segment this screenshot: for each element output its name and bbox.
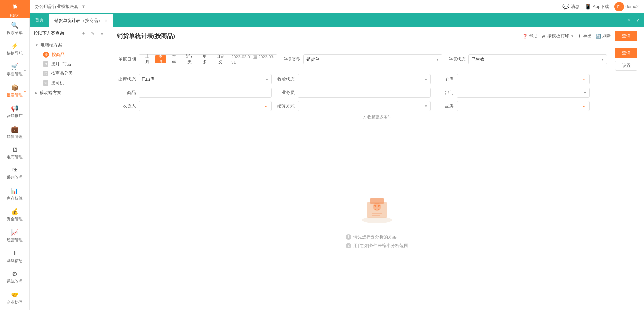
query-button[interactable]: 查询 xyxy=(615,31,637,41)
filter-payment-section: 结算方式 ▼ xyxy=(276,101,431,111)
sidebar-item-label: 企业协同 xyxy=(7,300,23,305)
brand-input[interactable]: ··· xyxy=(457,101,590,111)
sidebar-item-sales-mgmt[interactable]: 💼 销售管理 xyxy=(0,122,30,143)
inventory-icon: 📊 xyxy=(11,187,18,195)
date-btn-more[interactable]: 更多 xyxy=(198,55,211,63)
salesperson-label: 业务员 xyxy=(276,90,298,96)
add-scheme-btn[interactable]: ＋ xyxy=(79,30,87,37)
doc-type-input[interactable]: 销货单 ▼ xyxy=(303,54,442,64)
quick-nav-icon: ⚡ xyxy=(11,42,18,50)
doc-status-input[interactable]: 已生效 ▼ xyxy=(468,54,607,64)
query-btn-2[interactable]: 查询 xyxy=(615,48,637,58)
sidebar: 畅 标题栏 🔍 搜索菜单 ⚡ 快捷导航 🛒 零售管理 ▲ 📦 批发管理 ▲ 📢 … xyxy=(0,0,30,310)
filter-department-section: 部门 ▼ xyxy=(435,88,590,98)
logo[interactable]: 畅 标题栏 xyxy=(0,0,30,18)
goods-input[interactable]: ··· xyxy=(139,88,272,98)
sidebar-item-inventory[interactable]: 📊 库存核算 xyxy=(0,184,30,205)
sidebar-item-basic-info[interactable]: ℹ 基础信息 xyxy=(0,246,30,267)
page-header: 销货单统计表(按商品) ❓ 帮助 🖨 按模板打印 ▼ ⬇ 导出 xyxy=(110,27,644,44)
sidebar-item-operations[interactable]: 📈 经营管理 xyxy=(0,225,30,246)
settings-btn[interactable]: 设置 xyxy=(615,61,637,71)
filter-consignee-section: 收货人 ··· xyxy=(117,101,272,111)
consignee-input[interactable]: ··· xyxy=(139,101,272,111)
help-btn[interactable]: ❓ 帮助 xyxy=(522,33,538,39)
print-label: 按模板打印 xyxy=(547,33,569,39)
app-download-btn[interactable]: 📱 App下载 xyxy=(585,3,609,10)
refresh-label: 刷新 xyxy=(602,33,611,39)
export-btn[interactable]: ⬇ 导出 xyxy=(578,33,592,39)
brand-more-icon[interactable]: ··· xyxy=(583,103,587,109)
tree-child-by-cashier[interactable]: 司 按司机 xyxy=(30,78,110,88)
tree-child-by-goods[interactable]: 按 按商品 xyxy=(30,50,110,59)
collapse-label: 收起更多条件 xyxy=(367,114,391,120)
collapse-filter-btn[interactable]: ∧ 收起更多条件 xyxy=(117,112,637,122)
department-input[interactable]: ▼ xyxy=(457,88,590,98)
date-filter-field[interactable]: 上月 本月 本年 近7天 更多 自定义 2023-03-01 至 2023-03… xyxy=(139,54,277,64)
payment-caret-icon: ▼ xyxy=(424,104,428,108)
user-menu[interactable]: Ea demo2 xyxy=(614,2,639,11)
salesperson-input[interactable]: ··· xyxy=(298,88,431,98)
print-btn[interactable]: 🖨 按模板打印 ▼ xyxy=(542,33,574,39)
warehouse-more-icon[interactable]: ··· xyxy=(583,76,587,82)
empty-tip-1: 1 请先选择要分析的方案 xyxy=(346,234,408,240)
window-close-btn[interactable]: ✕ xyxy=(625,17,632,23)
goods-more-icon[interactable]: ··· xyxy=(265,90,269,95)
date-btn-custom[interactable]: 自定义 xyxy=(212,55,229,63)
topbar-left: 办公用品行业模拟账套 ▼ xyxy=(35,4,86,10)
sidebar-item-marketing[interactable]: 📢 营销推广 xyxy=(0,101,30,122)
filter-receipt-status-section: 收款状态 ▼ xyxy=(276,74,431,84)
by-month-goods-icon: 月 xyxy=(43,61,48,67)
receipt-status-input[interactable]: ▼ xyxy=(298,74,431,84)
tree-child-by-month-goods[interactable]: 月 按月+商品 xyxy=(30,59,110,69)
tab-sales-stat[interactable]: 销货单统计表（按商品） ✕ xyxy=(49,14,113,28)
filter-row-4: 收货人 ··· 结算方式 ▼ 品牌 xyxy=(117,101,637,111)
data-area: 1 请先选择要分析的方案 2 用[过滤]条件来缩小分析范围 xyxy=(110,126,644,310)
refresh-btn[interactable]: 🔄 刷新 xyxy=(596,33,611,39)
sidebar-item-quick-nav[interactable]: ⚡ 快捷导航 xyxy=(0,39,30,60)
consignee-more-icon[interactable]: ··· xyxy=(265,103,269,109)
app-download-icon: 📱 xyxy=(585,3,591,10)
sidebar-item-enterprise[interactable]: 🤝 企业协同 xyxy=(0,288,30,309)
sidebar-item-search[interactable]: 🔍 搜索菜单 xyxy=(0,18,30,39)
tab-sales-stat-label: 销货单统计表（按商品） xyxy=(54,18,102,24)
enterprise-icon: 🤝 xyxy=(11,291,18,299)
date-btn-this-year[interactable]: 本年 xyxy=(168,55,180,63)
out-status-input[interactable]: 已出库 ▼ xyxy=(139,74,272,84)
message-btn[interactable]: 💬 消息 xyxy=(562,3,579,10)
collapse-up-icon: ∧ xyxy=(363,115,366,120)
sidebar-item-retail[interactable]: 🛒 零售管理 ▲ xyxy=(0,60,30,81)
main-wrap: 办公用品行业模拟账套 ▼ 💬 消息 📱 App下载 Ea demo2 首页 xyxy=(30,0,644,310)
date-btn-this-month[interactable]: 本月 xyxy=(155,55,166,63)
sidebar-item-ecommerce[interactable]: 🖥 电商管理 xyxy=(0,143,30,163)
out-status-value: 已出库 xyxy=(142,76,155,82)
filter-row-3: 商品 ··· 业务员 ··· 部门 xyxy=(117,88,637,98)
date-btn-last-month[interactable]: 上月 xyxy=(141,55,154,63)
tip-2-num: 2 xyxy=(346,243,351,248)
tree-node-pc[interactable]: ▼ 电脑端方案 xyxy=(30,40,110,50)
salesperson-more-icon[interactable]: ··· xyxy=(424,90,428,95)
sidebar-item-finance[interactable]: 💰 资金管理 xyxy=(0,205,30,225)
collapse-panel-btn[interactable]: « xyxy=(98,30,106,37)
tree-node-mobile[interactable]: ▶ 移动端方案 xyxy=(30,88,110,98)
tree-child-by-goods-cat[interactable]: 类 按商品分类 xyxy=(30,69,110,78)
edit-scheme-btn[interactable]: ✎ xyxy=(89,30,96,37)
sidebar-item-purchase[interactable]: 🛍 采购管理 xyxy=(0,163,30,184)
window-expand-btn[interactable]: ⤢ xyxy=(635,17,641,23)
sidebar-item-system[interactable]: ⚙ 系统管理 xyxy=(0,267,30,288)
pc-expand-arrow: ▼ xyxy=(35,43,38,47)
sidebar-item-wholesale[interactable]: 📦 批发管理 ▲ xyxy=(0,81,30,101)
brand-label: 品牌 xyxy=(435,103,457,109)
empty-tips: 1 请先选择要分析的方案 2 用[过滤]条件来缩小分析范围 xyxy=(346,234,408,249)
sidebar-item-label: 库存核算 xyxy=(7,196,23,201)
dropdown-icon[interactable]: ▼ xyxy=(81,4,86,9)
export-icon: ⬇ xyxy=(578,34,582,39)
sidebar-item-label: 系统管理 xyxy=(7,279,23,285)
tab-close-btn[interactable]: ✕ xyxy=(104,18,108,23)
svg-point-6 xyxy=(374,205,376,207)
tab-home[interactable]: 首页 xyxy=(30,13,49,27)
date-range-display: 2023-03-01 至 2023-03-31 xyxy=(231,54,275,65)
warehouse-input[interactable]: ··· xyxy=(457,74,590,84)
payment-input[interactable]: ▼ xyxy=(298,101,431,111)
date-btn-7days[interactable]: 近7天 xyxy=(182,55,197,63)
sidebar-item-newbie[interactable]: 🎓 新手引导 xyxy=(0,309,30,310)
